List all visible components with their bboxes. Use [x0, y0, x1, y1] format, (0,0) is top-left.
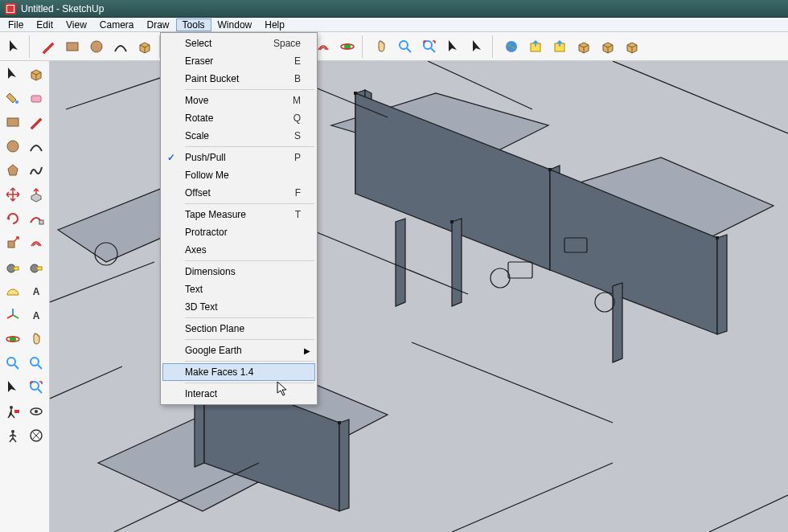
toolbar-separator — [29, 35, 34, 58]
menu-file[interactable]: File — [2, 18, 30, 31]
toolbtn-tape[interactable] — [2, 256, 24, 278]
menu-separator — [185, 146, 314, 147]
toolbtn-get-models[interactable] — [524, 35, 547, 58]
toolbtn-circle[interactable] — [2, 135, 24, 158]
toolbtn-walk[interactable] — [2, 424, 24, 447]
menu-draw[interactable]: Draw — [141, 18, 176, 31]
menuitem-google-earth[interactable]: Google Earth▶ — [162, 342, 315, 359]
menuitem-shortcut: S — [294, 130, 301, 141]
toolbtn-scale[interactable] — [2, 231, 24, 254]
menu-edit[interactable]: Edit — [30, 18, 60, 31]
menuitem-shortcut: Q — [293, 113, 301, 124]
toolbox-row: A — [2, 304, 47, 326]
toolbtn-select[interactable] — [3, 35, 26, 58]
toolbtn-text[interactable]: A — [26, 280, 48, 302]
toolbtn-box2[interactable] — [597, 35, 619, 58]
svg-rect-68 — [716, 236, 719, 239]
toolbtn-line[interactable] — [26, 111, 48, 133]
toolbar-top — [0, 32, 788, 61]
toolbtn-share[interactable] — [548, 35, 571, 58]
toolbtn-freehand[interactable] — [26, 159, 48, 182]
toolbtn-push-pull[interactable] — [26, 183, 48, 206]
zoom-extents-icon — [28, 379, 44, 395]
menu-window[interactable]: Window — [211, 18, 259, 31]
toolbtn-offset[interactable] — [26, 231, 48, 254]
toolbtn-zoom-window[interactable] — [26, 352, 48, 374]
toolbtn-box3[interactable] — [621, 35, 643, 58]
menuitem-label: Google Earth — [185, 345, 242, 356]
toolbtn-next-view[interactable] — [466, 35, 489, 58]
toolbox-row — [2, 111, 47, 133]
toolbtn-prev-view[interactable] — [442, 35, 465, 58]
menuitem-protractor[interactable]: Protractor — [162, 223, 315, 241]
menuitem-label: Section Plane — [185, 323, 244, 334]
menuitem-section-plane[interactable]: Section Plane — [162, 320, 315, 338]
toolbtn-zoom-extents[interactable] — [418, 35, 441, 58]
pan-icon — [373, 39, 389, 55]
menuitem-3d-text[interactable]: 3D Text — [162, 298, 315, 316]
toolbtn-3d-text[interactable]: A — [26, 304, 48, 326]
menu-separator — [185, 260, 314, 261]
toolbtn-paint-bucket[interactable] — [2, 87, 24, 109]
menuitem-eraser[interactable]: EraserE — [162, 52, 315, 70]
toolbtn-pencil[interactable] — [37, 35, 60, 58]
menu-help[interactable]: Help — [258, 18, 291, 31]
menuitem-dimensions[interactable]: Dimensions — [162, 263, 315, 280]
menuitem-axes[interactable]: Axes — [162, 241, 315, 259]
menu-camera[interactable]: Camera — [93, 18, 141, 31]
toolbtn-zoom[interactable] — [394, 35, 417, 58]
svg-marker-17 — [8, 68, 16, 79]
menuitem-scale[interactable]: ScaleS — [162, 127, 315, 145]
menuitem-push-pull[interactable]: ✓Push/PullP — [162, 149, 315, 166]
toolbtn-protractor[interactable] — [2, 280, 24, 302]
toolbtn-follow-me[interactable] — [26, 207, 48, 230]
toolbtn-axes[interactable] — [2, 304, 24, 326]
toolbtn-look-around[interactable] — [26, 400, 48, 423]
toolbtn-arc[interactable] — [109, 35, 132, 58]
menuitem-offset[interactable]: OffsetF — [162, 184, 315, 202]
toolbtn-box1[interactable] — [573, 35, 595, 58]
menuitem-make-faces-1-4[interactable]: Make Faces 1.4 — [162, 363, 315, 381]
menu-tools[interactable]: Tools — [176, 18, 211, 31]
eraser-icon — [28, 90, 44, 106]
toolbtn-select[interactable] — [2, 63, 24, 85]
menuitem-follow-me[interactable]: Follow Me — [162, 166, 315, 184]
toolbtn-pan[interactable] — [26, 328, 48, 350]
menuitem-rotate[interactable]: RotateQ — [162, 109, 315, 127]
toolbtn-eraser[interactable] — [26, 87, 48, 109]
toolbox-row — [2, 159, 47, 182]
toolbtn-rectangle[interactable] — [2, 111, 24, 133]
toolbtn-polygon[interactable] — [2, 159, 24, 182]
toolbtn-zoom-extents[interactable] — [26, 376, 48, 399]
menuitem-paint-bucket[interactable]: Paint BucketB — [162, 70, 315, 88]
toolbtn-move[interactable] — [2, 183, 24, 206]
toolbtn-dimensions[interactable] — [26, 256, 48, 278]
toolbox-row — [2, 231, 47, 254]
toolbtn-prev[interactable] — [2, 376, 24, 399]
toolbtn-orbit[interactable] — [336, 35, 359, 58]
menuitem-interact[interactable]: Interact — [162, 385, 315, 403]
toolbtn-rectangle[interactable] — [61, 35, 84, 58]
menuitem-move[interactable]: MoveM — [162, 92, 315, 109]
svg-text:A: A — [33, 286, 40, 297]
toolbtn-arc[interactable] — [26, 135, 48, 158]
toolbtn-orbit[interactable] — [2, 328, 24, 350]
svg-marker-55 — [717, 235, 727, 334]
toolbtn-pan[interactable] — [370, 35, 392, 58]
toolbox-row — [2, 207, 47, 230]
toolbtn-make-component[interactable] — [133, 35, 156, 58]
menu-view[interactable]: View — [60, 18, 93, 31]
menuitem-label: Push/Pull — [185, 152, 226, 163]
paint-bucket-icon — [5, 90, 21, 106]
toolbtn-google-earth[interactable] — [500, 35, 523, 58]
toolbtn-make-component[interactable] — [26, 63, 48, 85]
menuitem-select[interactable]: SelectSpace — [162, 35, 315, 52]
toolbox-row: A — [2, 280, 47, 302]
toolbtn-position-camera[interactable] — [2, 400, 24, 423]
toolbtn-section[interactable] — [26, 424, 48, 447]
menuitem-text[interactable]: Text — [162, 280, 315, 298]
menuitem-tape-measure[interactable]: Tape MeasureT — [162, 206, 315, 223]
toolbtn-zoom[interactable] — [2, 352, 24, 374]
toolbtn-rotate[interactable] — [2, 207, 24, 230]
toolbtn-circle[interactable] — [85, 35, 108, 58]
